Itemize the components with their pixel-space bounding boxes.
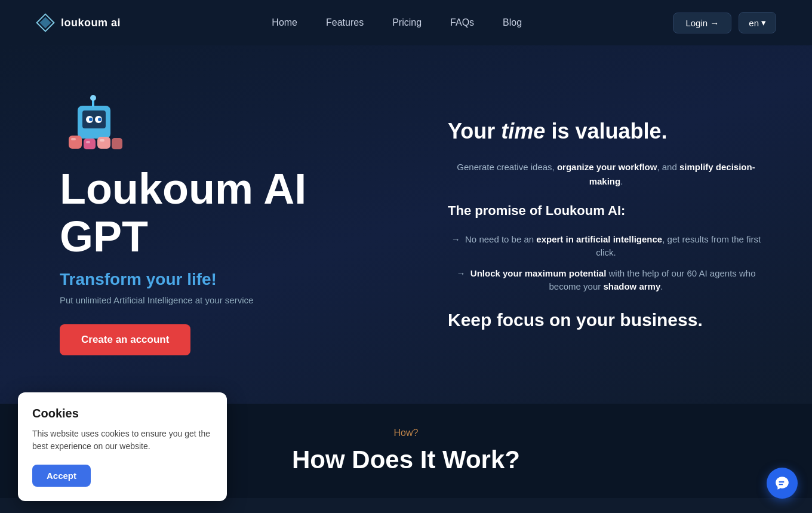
hero-description: Put unlimited Artificial Intelligence at… bbox=[60, 295, 253, 305]
login-button[interactable]: Login → bbox=[673, 13, 731, 33]
nav-item-faqs[interactable]: FAQs bbox=[450, 17, 474, 28]
nav-right: Login → en ▾ bbox=[673, 12, 776, 33]
nav-item-pricing[interactable]: Pricing bbox=[392, 17, 422, 28]
language-selector[interactable]: en ▾ bbox=[739, 12, 776, 33]
hero-title: Loukoum AI GPT bbox=[60, 165, 400, 260]
svg-point-9 bbox=[90, 95, 96, 101]
nav-item-blog[interactable]: Blog bbox=[503, 17, 522, 28]
mascot-illustration bbox=[60, 94, 131, 159]
logo-text: loukoum ai bbox=[61, 17, 121, 29]
chat-icon bbox=[774, 475, 790, 491]
navbar: loukoum ai Home Features Pricing FAQs Bl… bbox=[0, 0, 812, 45]
nav-item-features[interactable]: Features bbox=[326, 17, 364, 28]
svg-rect-10 bbox=[69, 136, 82, 149]
cookie-banner: Cookies This website uses cookies to ens… bbox=[18, 392, 227, 501]
promise-heading: The promise of Loukoum AI: bbox=[448, 203, 764, 219]
keep-focus-statement: Keep focus on your business. bbox=[448, 308, 764, 331]
logo-icon bbox=[36, 13, 55, 32]
hero-left: Loukoum AI GPT Transform your life! Put … bbox=[60, 94, 400, 355]
logo[interactable]: loukoum ai bbox=[36, 13, 121, 32]
svg-point-6 bbox=[89, 118, 93, 121]
svg-rect-12 bbox=[97, 137, 110, 149]
login-label: Login → bbox=[685, 18, 719, 28]
svg-rect-14 bbox=[71, 138, 76, 140]
svg-rect-13 bbox=[112, 138, 122, 149]
hero-value-prop-heading: Your time is valuable. bbox=[448, 118, 764, 146]
hero-tagline: Generate creative ideas, organize your w… bbox=[448, 160, 764, 189]
svg-rect-11 bbox=[84, 139, 96, 149]
chevron-down-icon: ▾ bbox=[761, 17, 766, 28]
lang-label: en bbox=[749, 18, 759, 28]
svg-rect-16 bbox=[100, 139, 104, 142]
promise-item-2: → Unlock your maximum potential with the… bbox=[448, 267, 764, 294]
svg-rect-15 bbox=[86, 141, 90, 143]
hero-section: Loukoum AI GPT Transform your life! Put … bbox=[0, 45, 812, 404]
promise-item-1: → No need to be an expert in artificial … bbox=[448, 233, 764, 260]
promise-list: → No need to be an expert in artificial … bbox=[448, 233, 764, 294]
create-account-button[interactable]: Create an account bbox=[60, 324, 190, 355]
hero-subtitle: Transform your life! bbox=[60, 270, 217, 289]
nav-item-home[interactable]: Home bbox=[272, 17, 297, 28]
cookie-title: Cookies bbox=[32, 407, 213, 420]
accept-cookies-button[interactable]: Accept bbox=[32, 465, 91, 487]
svg-rect-3 bbox=[82, 110, 106, 128]
svg-point-7 bbox=[98, 118, 102, 121]
chat-bubble-button[interactable] bbox=[767, 468, 798, 499]
nav-links: Home Features Pricing FAQs Blog bbox=[272, 17, 522, 28]
hero-right: Your time is valuable. Generate creative… bbox=[424, 118, 764, 331]
cookie-text: This website uses cookies to ensure you … bbox=[32, 428, 213, 453]
